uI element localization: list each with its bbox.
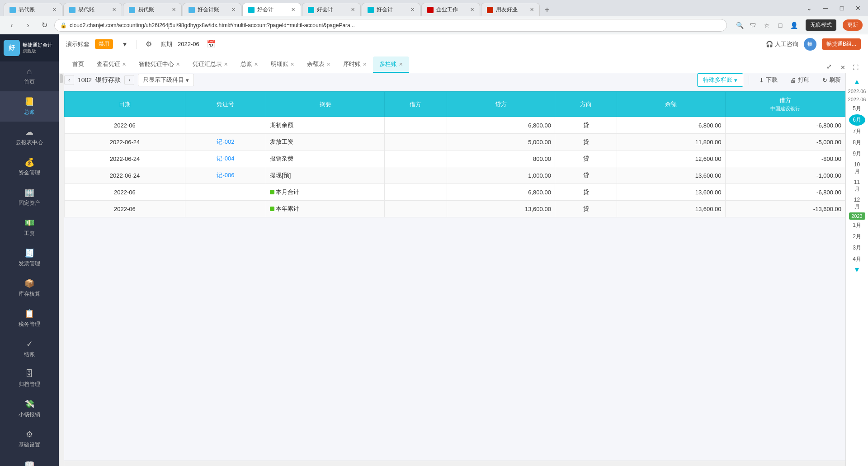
tab-detail-ledger-close[interactable]: ✕ xyxy=(290,61,294,67)
browser-tab-4[interactable]: 好会计账 ✕ xyxy=(183,3,241,16)
tab-close-4[interactable]: ✕ xyxy=(231,7,236,13)
timeline-month-2023-1[interactable]: 1月 xyxy=(849,220,865,231)
voucher-link-3[interactable]: 记-004 xyxy=(217,155,234,162)
tab-close-9[interactable]: ✕ xyxy=(530,7,534,13)
sidebar-item-ledger[interactable]: 📒 总账 xyxy=(0,91,59,122)
tab-close-5[interactable]: ✕ xyxy=(291,7,295,13)
tab-close-2[interactable]: ✕ xyxy=(112,7,116,13)
tab-view-voucher-close[interactable]: ✕ xyxy=(122,61,126,67)
tab-multi-column-close[interactable]: ✕ xyxy=(399,61,403,67)
tab-close-6[interactable]: ✕ xyxy=(351,7,355,13)
browser-tab-3[interactable]: 易代账 ✕ xyxy=(123,3,182,16)
tab-close-7[interactable]: ✕ xyxy=(410,7,415,13)
timeline-month-2023-4[interactable]: 4月 xyxy=(849,254,865,265)
browser-tab-6[interactable]: 好会计 ✕ xyxy=(302,3,361,16)
service-button[interactable]: 🎧 人工咨询 xyxy=(766,40,798,48)
calendar-icon[interactable]: 📅 xyxy=(205,38,217,51)
browser-tab-9[interactable]: 用友好业 ✕ xyxy=(481,3,540,16)
sidebar-item-funds[interactable]: 💰 资金管理 xyxy=(0,152,59,182)
timeline-month-10[interactable]: 10月 xyxy=(849,160,865,177)
download-button[interactable]: ⬇ 下载 xyxy=(755,74,782,86)
address-field[interactable]: 🔒 cloud2.chanjet.com/accounting/uh26t264… xyxy=(54,19,727,32)
tab-multi-column[interactable]: 多栏账 ✕ xyxy=(373,56,409,73)
refresh-nav-button[interactable]: ↻ xyxy=(38,19,51,32)
user-name-button[interactable]: 畅捷通B组... xyxy=(822,38,861,50)
tab-general-ledger-close[interactable]: ✕ xyxy=(254,61,258,67)
tab-detail-ledger[interactable]: 明细账 ✕ xyxy=(264,56,301,73)
profile-icon[interactable]: 👤 xyxy=(788,20,799,31)
tab-smart-voucher-close[interactable]: ✕ xyxy=(176,61,180,67)
special-multi-col-button[interactable]: 特殊多栏账 ▾ xyxy=(697,73,743,87)
sidebar-item-settings[interactable]: ⚙ 基础设置 xyxy=(0,424,59,454)
tab-voucher-summary-close[interactable]: ✕ xyxy=(224,61,228,67)
tab-balance-close[interactable]: ✕ xyxy=(326,61,330,67)
bottom-scrollbar[interactable] xyxy=(64,461,845,466)
print-button[interactable]: 🖨 打印 xyxy=(786,74,814,86)
account-next-button[interactable]: › xyxy=(124,75,134,85)
timeline-month-7[interactable]: 7月 xyxy=(849,126,865,137)
search-icon[interactable]: 🔍 xyxy=(734,20,745,31)
timeline-month-11[interactable]: 11月 xyxy=(849,177,865,195)
settings-toolbar-icon[interactable]: ⚙ xyxy=(142,38,155,51)
timeline-month-5[interactable]: 5月 xyxy=(849,103,865,114)
tab-list-button[interactable]: ⌄ xyxy=(803,2,816,14)
close-panel-button[interactable]: ✕ xyxy=(837,62,848,73)
sidebar-item-archive[interactable]: 🗄 归档管理 xyxy=(0,364,59,394)
timeline-month-6[interactable]: 6月 xyxy=(849,114,865,126)
tab-close-8[interactable]: ✕ xyxy=(470,7,474,13)
wuhen-button[interactable]: 无痕模式 xyxy=(806,19,836,31)
filter-dropdown[interactable]: 只显示下级科目 ▾ xyxy=(138,74,194,86)
timeline-month-2023-2[interactable]: 2月 xyxy=(849,231,865,242)
sidebar-item-expense[interactable]: 💸 小畅报销 xyxy=(0,394,59,424)
tab-close-1[interactable]: ✕ xyxy=(52,7,57,13)
tab-general-ledger[interactable]: 总账 ✕ xyxy=(234,56,264,73)
maximize-button[interactable]: □ xyxy=(835,2,848,14)
timeline-month-8[interactable]: 8月 xyxy=(849,137,865,148)
timeline-up-button[interactable]: ▲ xyxy=(853,77,862,87)
tab-voucher-summary[interactable]: 凭证汇总表 ✕ xyxy=(186,56,234,73)
account-prev-button[interactable]: ‹ xyxy=(64,75,74,85)
tab-journal[interactable]: 序时账 ✕ xyxy=(337,56,373,73)
update-button[interactable]: 更新 xyxy=(843,19,863,31)
sidebar-item-guide[interactable]: 📖 新手引导 xyxy=(0,454,59,466)
sidebar-item-close[interactable]: ✓ 结账 xyxy=(0,334,59,364)
voucher-link-4[interactable]: 记-006 xyxy=(217,172,234,179)
tab-journal-close[interactable]: ✕ xyxy=(363,61,367,67)
close-window-button[interactable]: ✕ xyxy=(852,2,864,14)
browser-tab-8[interactable]: 企业工作 ✕ xyxy=(421,3,480,16)
browser-tab-1[interactable]: 易代账 ✕ xyxy=(4,3,62,16)
dropdown-icon[interactable]: ▾ xyxy=(118,38,131,51)
table-container[interactable]: 日期 凭证号 摘要 借方 xyxy=(64,91,845,461)
tab-expand-button[interactable]: ⤢ xyxy=(823,60,835,73)
scrollbar-thumb[interactable] xyxy=(60,74,63,83)
tab-smart-voucher[interactable]: 智能凭证中心 ✕ xyxy=(132,56,186,73)
forward-button[interactable]: › xyxy=(22,19,34,32)
user-avatar[interactable]: 畅 xyxy=(804,38,816,51)
shield-icon[interactable]: 🛡 xyxy=(748,20,759,31)
timeline-month-2023-3[interactable]: 3月 xyxy=(849,242,865,254)
sidebar-item-home[interactable]: ⌂ 首页 xyxy=(0,61,59,91)
left-scrollbar[interactable] xyxy=(59,73,64,466)
minimize-button[interactable]: ─ xyxy=(819,2,832,14)
tab-home[interactable]: 首页 xyxy=(66,56,90,73)
sidebar-item-cloud[interactable]: ☁ 云报表中心 xyxy=(0,122,59,152)
timeline-month-9[interactable]: 9月 xyxy=(849,148,865,160)
browser-tab-2[interactable]: 易代账 ✕ xyxy=(63,3,122,16)
tab-close-3[interactable]: ✕ xyxy=(172,7,176,13)
browser-tab-5[interactable]: 好会计 ✕ xyxy=(242,3,301,16)
browser-tab-7[interactable]: 好会计 ✕ xyxy=(362,3,420,16)
new-tab-button[interactable]: + xyxy=(541,4,553,16)
sidebar-item-invoice[interactable]: 🧾 发票管理 xyxy=(0,243,59,273)
tab-view-voucher[interactable]: 查看凭证 ✕ xyxy=(90,56,132,73)
sidebar-item-tax[interactable]: 📋 税务管理 xyxy=(0,303,59,334)
refresh-button[interactable]: ↻ 刷新 xyxy=(818,74,845,86)
back-button[interactable]: ‹ xyxy=(5,19,18,32)
star-icon[interactable]: ☆ xyxy=(761,20,772,31)
tab-balance[interactable]: 余额表 ✕ xyxy=(301,56,337,73)
timeline-month-12[interactable]: 12月 xyxy=(849,195,865,212)
screenshot-icon[interactable]: □ xyxy=(775,20,786,31)
fullscreen-button[interactable]: ⛶ xyxy=(850,62,861,73)
sidebar-item-salary[interactable]: 💵 工资 xyxy=(0,212,59,243)
sidebar-item-inventory[interactable]: 📦 库存核算 xyxy=(0,273,59,303)
voucher-link-2[interactable]: 记-002 xyxy=(217,138,234,145)
